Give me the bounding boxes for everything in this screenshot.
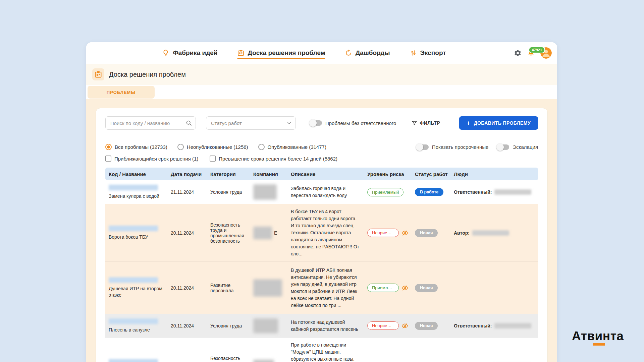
checkbox-label: Приближающийся срок решения (1)	[114, 156, 198, 162]
redacted-person-name	[472, 230, 509, 236]
page-title: Доска решения проблем	[109, 71, 186, 78]
atvinta-logo: Атвинта	[572, 329, 624, 343]
code-name-cell: Душевая ИТР на втором этаже	[105, 273, 167, 302]
nav-item-export[interactable]: Экспорт	[410, 46, 446, 60]
col-header: Компания	[250, 171, 287, 177]
date-cell: 20.11.2024	[167, 319, 207, 333]
date-cell: 20.11.2024	[167, 281, 207, 295]
radio-icon	[177, 144, 184, 150]
redacted-person-name	[494, 189, 531, 195]
status-cell: Новая	[412, 318, 450, 334]
escalation-label: Эскалация	[513, 144, 538, 150]
checkbox-icon	[210, 156, 216, 162]
code-name-cell: Ворота бокса ТБУ	[105, 222, 167, 244]
description-cell: В душевой ИТР АБК полная антисанитария. …	[287, 263, 364, 313]
refresh-icon	[345, 49, 352, 57]
status-select[interactable]: Статус работ	[206, 116, 296, 130]
filter-button[interactable]: ФИЛЬТР	[412, 120, 440, 126]
col-header: Код / Название	[105, 171, 167, 177]
code-name-cell: Невозможно дышать....	[105, 355, 167, 362]
nav-item-problem-board[interactable]: Доска решения проблем	[237, 46, 325, 60]
problems-card: Статус работ Проблемы без ответственного…	[96, 108, 548, 362]
status-badge: Новая	[415, 284, 438, 292]
radio-label: Опубликованные (31477)	[268, 144, 326, 150]
checkbox-approaching-deadline[interactable]: Приближающийся срок решения (1)	[105, 156, 198, 162]
description-cell: В боксе ТБУ из 4 ворот работают только о…	[287, 204, 364, 261]
radio-all-problems[interactable]: Все проблемы (32733)	[105, 144, 167, 150]
status-badge: Новая	[415, 322, 438, 330]
radio-icon	[258, 144, 265, 150]
no-responsible-toggle[interactable]	[310, 120, 322, 126]
redacted-person-name	[494, 323, 531, 328]
notification-count-badge: 47921	[529, 47, 545, 53]
code-name-cell: Замена кулера с водой	[105, 181, 167, 203]
category-cell: Условия труда	[207, 185, 250, 199]
status-select-value: Статус работ	[211, 120, 242, 126]
nav-item-label: Дашборды	[356, 49, 390, 57]
toolbar: Статус работ Проблемы без ответственного…	[105, 116, 538, 130]
chevron-down-icon	[287, 121, 291, 125]
company-cell: Е	[250, 223, 287, 243]
nav-item-idea-factory[interactable]: Фабрика идей	[162, 46, 217, 60]
no-responsible-label: Проблемы без ответственного	[325, 120, 396, 126]
redacted-code	[109, 277, 158, 283]
table-row[interactable]: Душевая ИТР на втором этаже 20.11.2024 Р…	[105, 262, 538, 314]
funnel-icon	[412, 120, 417, 126]
nav-item-label: Доска решения проблем	[248, 49, 325, 57]
content-area: Статус работ Проблемы без ответственного…	[86, 99, 557, 362]
category-cell: Безопасность труда и промышленная безопа…	[207, 218, 250, 248]
people-label: Ответственный:	[454, 189, 492, 195]
show-overdue-toggle[interactable]	[417, 144, 429, 150]
search-input[interactable]	[110, 120, 185, 126]
people-cell: Ответственный:	[450, 185, 538, 199]
risk-badge: Неприемлем...	[367, 229, 399, 237]
risk-cell: Приемлемый	[364, 280, 412, 296]
radio-label: Все проблемы (32733)	[115, 144, 167, 150]
status-cell: Новая	[412, 280, 450, 296]
date-cell: 20.11.2024	[167, 226, 207, 240]
category-cell: Безопасность труда и промышленная безопа…	[207, 352, 250, 362]
escalation-toggle-group: Эскалация	[497, 144, 538, 150]
radio-unpublished[interactable]: Неопубликованные (1256)	[177, 144, 248, 150]
logo-underline	[593, 343, 605, 346]
tab-strip: ПРОБЛЕМЫ	[86, 85, 557, 99]
category-cell: Условия труда	[207, 319, 250, 333]
problems-table: Код / Название Дата подачи Категория Ком…	[105, 168, 538, 362]
eye-off-icon	[401, 322, 408, 329]
date-cell: 21.11.2024	[167, 185, 207, 199]
board-icon	[237, 49, 245, 57]
filter-label: ФИЛЬТР	[420, 120, 440, 126]
description-cell: Забилась горячая вода и перестал охлажда…	[287, 181, 364, 203]
table-row[interactable]: Замена кулера с водой 21.11.2024 Условия…	[105, 180, 538, 204]
table-row[interactable]: Невозможно дышать.... 20.11.2024 Безопас…	[105, 338, 538, 362]
description-cell: При работе в помещении "Модуля" ЦПШ маши…	[287, 338, 364, 362]
table-row[interactable]: Ворота бокса ТБУ 20.11.2024 Безопасность…	[105, 204, 538, 262]
problem-name: Ворота бокса ТБУ	[109, 234, 164, 240]
tab-problems[interactable]: ПРОБЛЕМЫ	[88, 86, 155, 99]
people-cell: Ответственный:	[450, 360, 538, 362]
radio-published[interactable]: Опубликованные (31477)	[258, 144, 326, 150]
risk-badge: Неприемлем...	[367, 321, 399, 330]
redacted-company-logo	[253, 318, 278, 333]
show-overdue-toggle-group: Показать просроченные	[417, 144, 488, 150]
nav-item-dashboards[interactable]: Дашборды	[345, 46, 390, 60]
risk-badge: Приемлемый	[367, 188, 404, 196]
date-cell: 20.11.2024	[167, 360, 207, 362]
search-icon[interactable]	[185, 120, 192, 126]
company-cell	[250, 275, 287, 301]
col-header: Категория	[207, 171, 250, 177]
checkbox-icon	[105, 156, 111, 162]
redacted-company-logo	[253, 227, 272, 239]
risk-cell: Неприемлем...	[364, 317, 412, 334]
gear-icon[interactable]	[514, 49, 522, 57]
nav-menu: Фабрика идей Доска решения проблем Дашбо…	[94, 46, 514, 60]
escalation-toggle[interactable]	[497, 144, 509, 150]
eye-off-icon	[401, 230, 408, 236]
plus-icon: +	[467, 119, 471, 127]
table-row[interactable]: Плесень в санузле 20.11.2024 Условия тру…	[105, 314, 538, 338]
company-cell	[250, 314, 287, 337]
add-problem-button[interactable]: + ДОБАВИТЬ ПРОБЛЕМУ	[459, 116, 538, 130]
checkbox-label: Превышение срока решения более 14 дней (…	[219, 156, 337, 162]
checkbox-overdue-14-days[interactable]: Превышение срока решения более 14 дней (…	[210, 156, 337, 162]
nav-right-controls: 47921	[514, 47, 554, 59]
